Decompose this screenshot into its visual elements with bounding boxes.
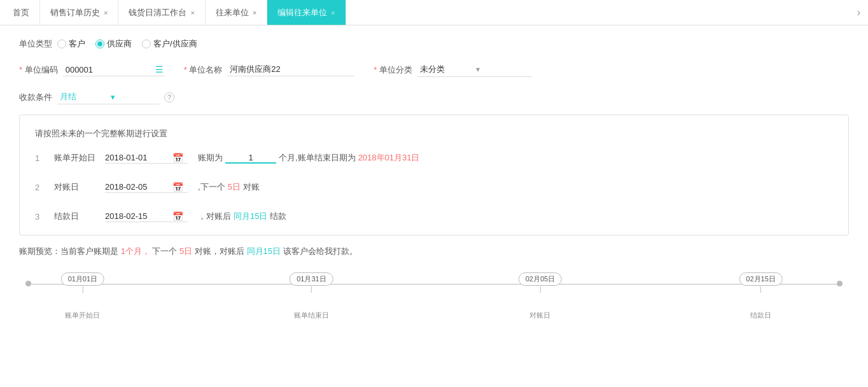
row2-highlight: 5日 bbox=[228, 181, 241, 193]
unit-classify-select[interactable]: 未分类 ▾ bbox=[417, 62, 532, 77]
unit-info-row: 单位编码 ☰ 单位名称 单位分类 未分类 ▾ bbox=[19, 62, 849, 77]
timeline-node-1: 01月01日 账单开始日 bbox=[61, 272, 104, 320]
radio-customer[interactable]: 客户 bbox=[57, 38, 85, 50]
row2-label: 对账日 bbox=[54, 181, 105, 193]
radio-both[interactable]: 客户/供应商 bbox=[142, 38, 197, 50]
row1-date-field: 📅 bbox=[105, 153, 188, 164]
row3-highlight: 同月15日 bbox=[234, 211, 267, 222]
payment-terms-value: 月结 bbox=[57, 90, 108, 104]
radio-supplier-circle bbox=[95, 39, 104, 48]
card-title: 请按照未来的一个完整帐期进行设置 bbox=[35, 128, 833, 139]
row3-num: 3 bbox=[35, 212, 54, 222]
row3-cal-icon[interactable]: 📅 bbox=[171, 211, 185, 222]
row3-date-field: 📅 bbox=[105, 211, 188, 222]
row2-suffix: ,下一个 5日 对账 bbox=[198, 181, 260, 193]
unit-type-label: 单位类型 bbox=[19, 38, 52, 50]
unit-name-group: 单位名称 bbox=[184, 64, 355, 76]
settings-row-1: 1 账单开始日 📅 账期为 个月,账单结束日期为 2018年01月31日 bbox=[35, 152, 833, 164]
tab-edit-partner[interactable]: 编辑往来单位 × bbox=[267, 0, 346, 25]
tl-node3-bubble: 02月05日 bbox=[519, 272, 562, 286]
tl-node4-label: 结款日 bbox=[750, 311, 771, 320]
radio-customer-circle bbox=[57, 39, 66, 48]
radio-group: 客户 供应商 客户/供应商 bbox=[57, 38, 197, 50]
unit-name-input[interactable] bbox=[227, 64, 354, 76]
unit-classify-label: 单位分类 bbox=[374, 64, 412, 76]
tab-cash-work-label: 钱货日清工作台 bbox=[129, 7, 186, 18]
row1-suffix: 账期为 个月,账单结束日期为 2018年01月31日 bbox=[198, 152, 419, 164]
unit-code-icon[interactable]: ☰ bbox=[154, 64, 165, 74]
unit-code-input[interactable] bbox=[63, 64, 154, 76]
row3-suffix-text: 结款 bbox=[270, 211, 286, 222]
unit-classify-group: 单位分类 未分类 ▾ bbox=[374, 62, 532, 77]
row1-mid-label: 账期为 bbox=[198, 152, 223, 164]
row2-date-input[interactable] bbox=[105, 182, 169, 192]
row1-period-input[interactable] bbox=[225, 153, 276, 164]
tab-sales-history-label: 销售订单历史 bbox=[50, 7, 100, 18]
row1-suffix-text: 个月,账单结束日期为 bbox=[279, 152, 356, 164]
tab-sales-history[interactable]: 销售订单历史 × bbox=[40, 0, 118, 25]
row3-label: 结款日 bbox=[54, 211, 105, 222]
timeline-line bbox=[25, 284, 843, 285]
row1-cal-icon[interactable]: 📅 bbox=[171, 153, 185, 163]
row3-suffix: ，对账后 同月15日 结款 bbox=[198, 211, 286, 222]
tab-cash-work-close[interactable]: × bbox=[190, 9, 194, 17]
unit-type-row: 单位类型 客户 供应商 客户/供应商 bbox=[19, 38, 849, 50]
tl-node4-dot bbox=[760, 286, 761, 293]
row3-date-input[interactable] bbox=[105, 211, 169, 221]
settings-row-2: 2 对账日 📅 ,下一个 5日 对账 bbox=[35, 181, 833, 193]
tl-node2-label: 账单结束日 bbox=[294, 311, 329, 320]
tab-sales-history-close[interactable]: × bbox=[104, 9, 108, 17]
row1-num: 1 bbox=[35, 153, 54, 163]
payment-terms-arrow: ▾ bbox=[108, 91, 159, 103]
preview-mid2: 对账，对账后 bbox=[195, 246, 244, 256]
payment-terms-group: 收款条件 月结 ▾ ? bbox=[19, 90, 174, 104]
preview-highlight1: 1个月， bbox=[121, 246, 150, 256]
tl-node4-bubble: 02月15日 bbox=[739, 272, 782, 286]
unit-code-input-wrapper: ☰ bbox=[63, 64, 165, 76]
row2-cal-icon[interactable]: 📅 bbox=[171, 182, 185, 192]
tl-node2-bubble: 01月31日 bbox=[290, 272, 333, 286]
payment-terms-select[interactable]: 月结 ▾ bbox=[57, 90, 159, 104]
radio-both-circle bbox=[142, 39, 151, 48]
row2-prefix: ,下一个 bbox=[198, 181, 225, 193]
tl-node3-label: 对账日 bbox=[529, 311, 550, 320]
tab-partner-unit-close[interactable]: × bbox=[253, 9, 256, 17]
timeline-node-4: 02月15日 结款日 bbox=[739, 272, 782, 320]
timeline-node-3: 02月05日 对账日 bbox=[519, 272, 562, 320]
unit-classify-value: 未分类 bbox=[420, 64, 473, 75]
timeline-start-dot bbox=[25, 281, 31, 286]
unit-name-label: 单位名称 bbox=[184, 64, 223, 76]
radio-both-label: 客户/供应商 bbox=[153, 38, 197, 50]
tab-partner-unit-label: 往来单位 bbox=[216, 7, 249, 18]
preview-section: 账期预览：当前客户账期是 1个月， 下一个 5日 对账，对账后 同月15日 该客… bbox=[19, 246, 849, 257]
settings-row-3: 3 结款日 📅 ，对账后 同月15日 结款 bbox=[35, 211, 833, 222]
row1-end-date: 2018年01月31日 bbox=[358, 152, 420, 164]
radio-supplier-label: 供应商 bbox=[107, 38, 132, 50]
preview-prefix: 账期预览：当前客户账期是 bbox=[19, 246, 118, 256]
tab-partner-unit[interactable]: 往来单位 × bbox=[206, 0, 267, 25]
preview-highlight2: 5日 bbox=[179, 246, 192, 256]
preview-highlight3: 同月15日 bbox=[247, 246, 281, 256]
radio-supplier[interactable]: 供应商 bbox=[95, 38, 132, 50]
help-icon[interactable]: ? bbox=[164, 92, 174, 102]
unit-code-label: 单位编码 bbox=[19, 64, 58, 76]
row2-suffix-text: 对账 bbox=[243, 181, 260, 193]
tab-home-label: 首页 bbox=[13, 7, 29, 18]
payment-terms-row: 收款条件 月结 ▾ ? bbox=[19, 90, 849, 104]
unit-type-group: 单位类型 客户 供应商 客户/供应商 bbox=[19, 38, 197, 50]
row2-num: 2 bbox=[35, 183, 54, 192]
tab-scroll-arrow[interactable]: › bbox=[850, 7, 868, 18]
tab-edit-partner-label: 编辑往来单位 bbox=[277, 7, 327, 18]
preview-mid: 下一个 bbox=[152, 246, 177, 256]
tab-edit-partner-close[interactable]: × bbox=[331, 9, 335, 17]
tl-node1-bubble: 01月01日 bbox=[61, 272, 104, 286]
tab-home[interactable]: 首页 bbox=[0, 0, 40, 25]
unit-code-group: 单位编码 ☰ bbox=[19, 64, 165, 76]
row1-date-input[interactable] bbox=[105, 153, 169, 162]
row3-prefix: ，对账后 bbox=[198, 211, 231, 222]
page-content: 单位类型 客户 供应商 客户/供应商 单位编码 bbox=[0, 25, 868, 387]
timeline-container: 01月01日 账单开始日 01月31日 账单结束日 02月05日 对账日 02月… bbox=[25, 272, 843, 317]
tabs-bar: 首页 销售订单历史 × 钱货日清工作台 × 往来单位 × 编辑往来单位 × › bbox=[0, 0, 868, 25]
tab-cash-work[interactable]: 钱货日清工作台 × bbox=[118, 0, 205, 25]
tl-node1-label: 账单开始日 bbox=[65, 311, 100, 320]
